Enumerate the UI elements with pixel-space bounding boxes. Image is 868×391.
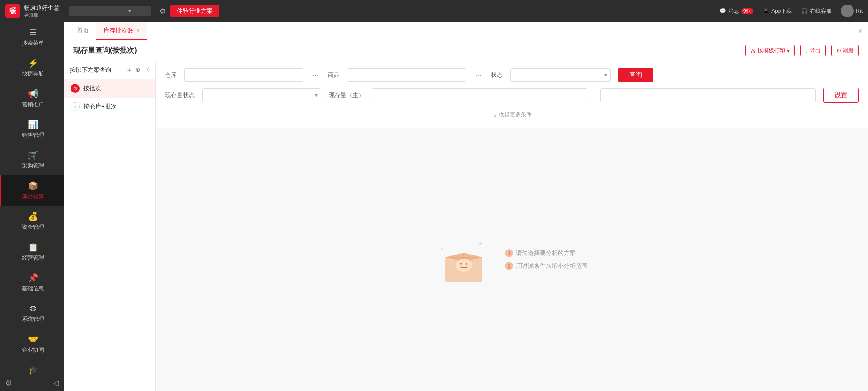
refresh-button[interactable]: ↻ 刷新 xyxy=(831,45,859,56)
message-icon: 💬 xyxy=(720,8,726,14)
main-layout: ☰ 搜索菜单 ⚡ 快捷导航 📢 营销推广 📊 销售管理 🛒 采购管理 📦 库 xyxy=(0,22,868,391)
template-print-button[interactable]: 🖨 按模板打印 ▾ xyxy=(745,45,795,56)
sidebar-label-quick-nav: 快捷导航 xyxy=(22,70,44,78)
page-actions: 🖨 按模板打印 ▾ ↓ 导出 ↻ 刷新 xyxy=(745,45,859,56)
search-menu-icon: ☰ xyxy=(29,27,37,38)
left-panel: 按以下方案查询 ＋ ⊕ 《 ⊙ 按批次 ○ xyxy=(64,61,156,391)
product-input[interactable] xyxy=(347,68,466,82)
online-service-button[interactable]: 🎧 在线客服 xyxy=(801,7,832,15)
sidebar-item-quick-nav[interactable]: ⚡ 快捷导航 xyxy=(0,53,64,83)
settings-scheme-icon[interactable]: ⊕ xyxy=(135,66,141,74)
product-dots[interactable]: ··· xyxy=(473,71,483,79)
gear-icon[interactable]: ⚙ xyxy=(159,7,166,16)
sidebar-item-finance[interactable]: 💰 资金管理 xyxy=(0,206,64,237)
sidebar-item-search[interactable]: ☰ 搜索菜单 xyxy=(0,22,64,53)
sidebar-item-purchase[interactable]: 🛒 采购管理 xyxy=(0,145,64,175)
sidebar-label-finance: 资金管理 xyxy=(22,223,44,231)
empty-svg: ✦ ✦ xyxy=(436,232,491,287)
batch-scheme-icon: ⊙ xyxy=(71,84,80,93)
sidebar-item-operations[interactable]: 📋 经营管理 xyxy=(0,237,64,267)
sidebar-item-inventory[interactable]: 📦 库存核算 xyxy=(0,175,64,206)
user-profile[interactable]: Rit xyxy=(841,5,863,17)
printer-icon: 🖨 xyxy=(750,48,756,54)
tab-close-icon[interactable]: × xyxy=(136,27,139,34)
sidebar-settings-icon[interactable]: ⚙ xyxy=(5,379,12,387)
right-panel: 仓库 ··· 商品 ··· 状态 正常 停用 xyxy=(156,61,868,391)
settings-button[interactable]: 设置 xyxy=(823,88,859,103)
left-panel-header: 按以下方案查询 ＋ ⊕ 《 xyxy=(64,61,155,79)
sidebar-item-system[interactable]: ⚙ 系统管理 xyxy=(0,298,64,329)
svg-point-5 xyxy=(460,263,462,265)
message-badge: 99+ xyxy=(741,8,753,14)
svg-point-4 xyxy=(456,259,472,272)
avatar xyxy=(841,5,854,17)
sidebar-item-newbie[interactable]: 🎓 新手引导 xyxy=(0,359,64,375)
messages-button[interactable]: 💬 消息 99+ xyxy=(720,7,753,15)
sidebar-label-purchase: 采购管理 xyxy=(22,162,44,170)
topbar: 畅 畅康通好生意 标准版 ▾ ⚙ 体验行业方案 💬 消息 99+ 📱 App下载… xyxy=(0,0,868,22)
filter-row-1: 仓库 ··· 商品 ··· 状态 正常 停用 xyxy=(165,68,859,82)
topbar-search[interactable]: ▾ xyxy=(69,6,151,16)
stock-qty-from[interactable] xyxy=(372,88,587,102)
sidebar-label-operations: 经营管理 xyxy=(22,254,44,262)
collapse-label: 收起更多条件 xyxy=(499,111,532,119)
sales-icon: 📊 xyxy=(28,119,38,130)
operations-icon: 📋 xyxy=(28,242,38,252)
add-scheme-icon[interactable]: ＋ xyxy=(126,66,132,74)
stock-status-select-wrap: 有库存 无库存 全部 ▾ xyxy=(202,88,321,102)
collapse-more-button[interactable]: ∧ 收起更多条件 xyxy=(165,108,859,121)
svg-text:✦: ✦ xyxy=(478,240,483,247)
search-chevron-icon[interactable]: ▾ xyxy=(128,8,131,14)
app-logo: 畅 xyxy=(5,4,20,18)
sidebar-item-sales[interactable]: 📊 销售管理 xyxy=(0,114,64,145)
newbie-icon: 🎓 xyxy=(28,365,38,375)
quick-nav-icon: ⚡ xyxy=(28,58,38,68)
scheme-by-warehouse-batch-label: 按仓库+批次 xyxy=(83,103,117,111)
sidebar-label-basic-info: 基础信息 xyxy=(22,285,44,293)
template-print-chevron[interactable]: ▾ xyxy=(787,48,790,54)
page-body: 按以下方案查询 ＋ ⊕ 《 ⊙ 按批次 ○ xyxy=(64,61,868,391)
tab-home[interactable]: 首页 xyxy=(70,22,96,40)
scheme-by-batch-label: 按批次 xyxy=(83,84,101,92)
inventory-icon: 📦 xyxy=(28,181,38,191)
stock-qty-label: 现存量（主） xyxy=(329,91,364,99)
sidebar-item-basic-info[interactable]: 📌 基础信息 xyxy=(0,267,64,298)
stock-qty-to[interactable] xyxy=(600,88,816,102)
scheme-item-by-warehouse-batch[interactable]: ○ 按仓库+批次 xyxy=(64,98,155,116)
page-title: 现存量查询(按批次) xyxy=(73,46,137,55)
marketing-icon: 📢 xyxy=(28,89,38,99)
tab-inventory-batch[interactable]: 库存批次账 × xyxy=(96,22,147,40)
sidebar-label-marketing: 营销推广 xyxy=(22,101,44,109)
app-download-button[interactable]: 📱 App下载 xyxy=(763,7,792,15)
range-separator: — xyxy=(591,92,597,99)
sidebar-scroll: ☰ 搜索菜单 ⚡ 快捷导航 📢 营销推广 📊 销售管理 🛒 采购管理 📦 库 xyxy=(0,22,64,375)
tab-inventory-batch-label: 库存批次账 xyxy=(104,27,133,35)
username-label: Rit xyxy=(856,8,863,14)
warehouse-dots[interactable]: ··· xyxy=(311,71,320,79)
left-panel-title: 按以下方案查询 xyxy=(70,66,111,74)
experience-button[interactable]: 体验行业方案 xyxy=(170,5,219,17)
product-label: 商品 xyxy=(328,71,340,79)
tabbar-close-right-icon[interactable]: × xyxy=(858,27,863,35)
sidebar-item-enterprise[interactable]: 🤝 企业协同 xyxy=(0,329,64,359)
tabbar: 首页 库存批次账 × × xyxy=(64,22,868,40)
search-input[interactable] xyxy=(73,8,128,14)
sidebar: ☰ 搜索菜单 ⚡ 快捷导航 📢 营销推广 📊 销售管理 🛒 采购管理 📦 库 xyxy=(0,22,64,391)
sidebar-item-marketing[interactable]: 📢 营销推广 xyxy=(0,83,64,114)
export-button[interactable]: ↓ 导出 xyxy=(800,45,826,56)
online-service-label: 在线客服 xyxy=(810,7,832,15)
status-select[interactable]: 正常 停用 xyxy=(510,68,611,82)
warehouse-batch-scheme-icon: ○ xyxy=(71,102,80,111)
stock-status-select[interactable]: 有库存 无库存 全部 xyxy=(202,88,321,102)
refresh-label: 刷新 xyxy=(843,47,854,54)
page-header: 现存量查询(按批次) 🖨 按模板打印 ▾ ↓ 导出 ↻ 刷新 xyxy=(64,40,868,61)
content-area: 首页 库存批次账 × × 现存量查询(按批次) 🖨 按模板打印 ▾ ↓ 导出 xyxy=(64,22,868,391)
sidebar-label-search: 搜索菜单 xyxy=(22,39,44,47)
collapse-panel-icon[interactable]: 《 xyxy=(143,66,150,74)
scheme-item-by-batch[interactable]: ⊙ 按批次 xyxy=(64,79,155,98)
warehouse-input[interactable] xyxy=(184,68,303,82)
query-button[interactable]: 查询 xyxy=(618,68,653,82)
empty-illustration: ✦ ✦ xyxy=(436,232,491,287)
sidebar-collapse-icon[interactable]: ◁ xyxy=(53,379,59,387)
export-icon: ↓ xyxy=(805,48,808,54)
